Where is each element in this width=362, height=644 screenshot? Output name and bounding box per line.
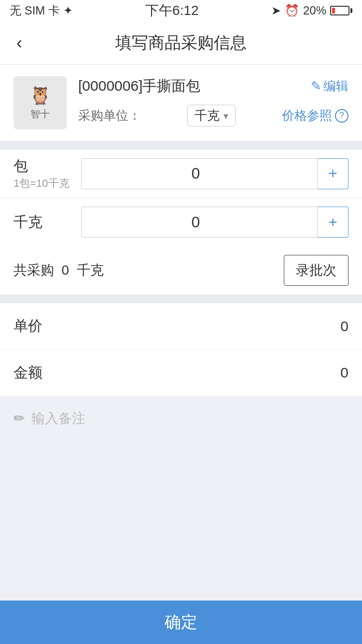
page-title: 填写商品采购信息 xyxy=(0,32,362,54)
kg-field-area: + xyxy=(81,207,348,238)
nav-bar: ‹ 填写商品采购信息 xyxy=(0,21,362,65)
bao-input[interactable] xyxy=(81,158,318,189)
status-left: 无 SIM 卡 ✦ xyxy=(10,3,73,18)
clock: 下午6:12 xyxy=(145,1,199,20)
back-icon: ‹ xyxy=(16,33,22,53)
product-card: 🦉 智十 [0000006]手撕面包 ✎ 编辑 采购单位： 千克 ▾ 价格参照 … xyxy=(0,65,362,141)
edit-label: 编辑 xyxy=(323,78,348,95)
bao-sub-label: 1包=10千克 xyxy=(14,176,71,191)
bao-field-area: + xyxy=(81,158,348,189)
summary-suffix: 千克 xyxy=(77,263,104,278)
input-section: 包 1包=10千克 + 千克 + xyxy=(0,150,362,246)
unit-selector[interactable]: 千克 ▾ xyxy=(187,105,236,126)
unit-row: 采购单位： 千克 ▾ 价格参照 ? xyxy=(78,105,348,126)
note-placeholder: 输入备注 xyxy=(31,409,85,428)
batch-button[interactable]: 录批次 xyxy=(284,255,348,286)
product-name-row: [0000006]手撕面包 ✎ 编辑 xyxy=(78,76,348,96)
location-icon: ➤ xyxy=(271,4,281,17)
status-bar: 无 SIM 卡 ✦ 下午6:12 ➤ ⏰ 20% xyxy=(0,0,362,21)
unit-label: 采购单位： xyxy=(78,107,141,124)
section-divider-2 xyxy=(0,294,362,303)
owl-icon: 🦉 xyxy=(29,85,51,106)
chevron-down-icon: ▾ xyxy=(223,110,228,122)
kg-label-area: 千克 xyxy=(14,212,71,232)
status-right: ➤ ⏰ 20% xyxy=(271,4,352,17)
pencil-icon: ✏ xyxy=(14,410,25,426)
unit-price-label: 单价 xyxy=(14,316,42,336)
summary-prefix: 共采购 xyxy=(14,263,54,278)
unit-price-value: 0 xyxy=(340,318,348,335)
bao-input-row: 包 1包=10千克 + xyxy=(0,150,362,198)
carrier-text: 无 SIM 卡 ✦ xyxy=(10,3,73,18)
edit-icon: ✎ xyxy=(311,79,321,94)
amount-value: 0 xyxy=(340,364,348,381)
section-divider-1 xyxy=(0,141,362,150)
unit-price-row: 单价 0 xyxy=(0,303,362,350)
edit-button[interactable]: ✎ 编辑 xyxy=(311,78,348,95)
kg-label: 千克 xyxy=(14,212,71,232)
brand-text: 智十 xyxy=(30,108,50,121)
product-info: [0000006]手撕面包 ✎ 编辑 采购单位： 千克 ▾ 价格参照 ? xyxy=(78,76,348,126)
unit-value: 千克 xyxy=(195,107,220,124)
content-background xyxy=(0,454,362,623)
summary-section: 共采购 0 千克 录批次 xyxy=(0,246,362,294)
price-section: 单价 0 金额 0 xyxy=(0,303,362,396)
alarm-icon: ⏰ xyxy=(285,4,299,17)
kg-input-row: 千克 + xyxy=(0,198,362,246)
bao-label-area: 包 1包=10千克 xyxy=(14,156,71,191)
price-reference-button[interactable]: 价格参照 ? xyxy=(282,107,348,124)
bao-plus-button[interactable]: + xyxy=(318,158,348,189)
amount-row: 金额 0 xyxy=(0,350,362,396)
battery-percent: 20% xyxy=(303,4,326,17)
product-name: [0000006]手撕面包 xyxy=(78,76,200,96)
summary-amount: 0 xyxy=(62,263,70,278)
note-section[interactable]: ✏ 输入备注 xyxy=(0,396,362,454)
kg-input[interactable] xyxy=(81,207,318,238)
battery-indicator xyxy=(330,6,352,15)
summary-text: 共采购 0 千克 xyxy=(14,261,104,280)
price-ref-label: 价格参照 xyxy=(282,107,332,124)
product-thumbnail: 🦉 智十 xyxy=(14,76,67,129)
kg-plus-button[interactable]: + xyxy=(318,207,348,238)
amount-label: 金额 xyxy=(14,363,42,383)
back-button[interactable]: ‹ xyxy=(0,21,39,65)
bao-label: 包 xyxy=(14,156,71,176)
info-icon: ? xyxy=(335,109,348,123)
confirm-button[interactable]: 确定 xyxy=(0,601,362,644)
